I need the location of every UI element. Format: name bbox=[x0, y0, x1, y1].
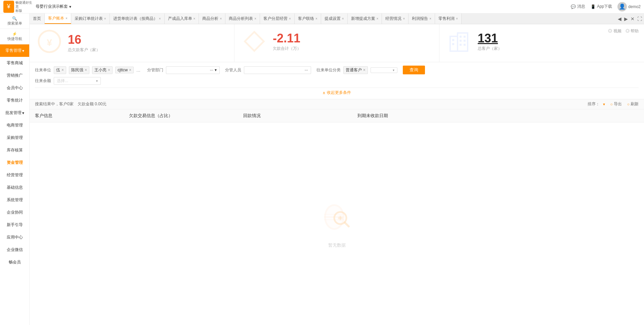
svg-rect-10 bbox=[464, 40, 466, 42]
sidebar-search-label: 搜索菜单 bbox=[0, 21, 29, 26]
empty-state: 暂无数据 bbox=[320, 200, 354, 248]
refresh-btn[interactable]: ○ 刷新 bbox=[627, 101, 639, 107]
manager-select-value bbox=[247, 67, 251, 73]
sidebar-item-wholesale-mgmt[interactable]: 批发管理 ▾ bbox=[0, 107, 29, 119]
sidebar-item-marketing[interactable]: 营销推广 bbox=[0, 69, 29, 82]
tab-purchase-order-stats-close[interactable]: × bbox=[104, 17, 106, 21]
sidebar-item-ops-mgmt[interactable]: 经营管理 bbox=[0, 169, 29, 181]
tab-customer-account-close[interactable]: × bbox=[66, 16, 68, 20]
department-select[interactable]: ··· ▾ bbox=[166, 66, 220, 74]
message-icon: 💬 bbox=[571, 4, 576, 9]
filter-tag-blank-close[interactable]: × bbox=[61, 68, 64, 72]
tab-customer-tier[interactable]: 客户分层经营 × bbox=[260, 13, 295, 24]
sidebar-item-enterprise-agreement[interactable]: 企业协同 bbox=[0, 206, 29, 219]
tab-operations[interactable]: 经营情况 × bbox=[382, 13, 409, 24]
help-link[interactable]: ◎ 帮助 bbox=[626, 28, 639, 34]
tab-purchase-order-stats[interactable]: 采购订单统计表 × bbox=[71, 13, 110, 24]
tab-product-warehousing[interactable]: 产成品入库单 × bbox=[165, 13, 199, 24]
tab-raise-settings-close[interactable]: × bbox=[342, 17, 344, 21]
tab-home[interactable]: 首页 bbox=[30, 13, 45, 24]
unit-category-select[interactable]: ▾ bbox=[371, 67, 397, 73]
tab-new-raise-plan[interactable]: 新增提成方案 × bbox=[348, 13, 382, 24]
tab-product-analysis-close[interactable]: × bbox=[220, 17, 222, 21]
stat-total-debt-customers-label: 总欠款客户（家） bbox=[68, 47, 100, 53]
tab-inventory-stats[interactable]: 进货单统计表（按商品） × bbox=[110, 13, 165, 24]
tab-customer-tier-close[interactable]: × bbox=[289, 17, 291, 21]
tab-next-btn[interactable]: ▶ bbox=[624, 15, 629, 22]
sidebar-item-new-user-guide[interactable]: 新手引导 bbox=[0, 219, 29, 231]
filter-tag-more[interactable]: ... bbox=[136, 67, 140, 73]
tab-inventory-stats-close[interactable]: × bbox=[159, 17, 161, 21]
sidebar-item-retail-mall[interactable]: 零售商城 bbox=[0, 57, 29, 69]
tab-profit-report[interactable]: 利润报告 × bbox=[409, 13, 435, 24]
super-member-label: 畅会员 bbox=[9, 260, 21, 264]
sidebar-item-inventory-check[interactable]: 库存核算 bbox=[0, 144, 29, 156]
filter-tag-regular-customer-close[interactable]: × bbox=[363, 68, 366, 72]
sidebar-item-purchase-mgmt[interactable]: 采购管理 bbox=[0, 132, 29, 144]
video-link[interactable]: ◎ 视频 bbox=[608, 28, 621, 34]
chevron-down-icon: ▾ bbox=[22, 48, 24, 53]
finance-mgmt-label: 资金管理 bbox=[7, 160, 23, 165]
sidebar-item-super-member[interactable]: 畅会员 bbox=[0, 256, 29, 268]
empty-state-label: 暂无数据 bbox=[328, 242, 346, 248]
tab-operations-close[interactable]: × bbox=[403, 17, 405, 21]
svg-line-19 bbox=[345, 222, 349, 226]
tab-customer-contact[interactable]: 客户联络 × bbox=[295, 13, 321, 24]
sidebar-search[interactable]: 🔍 搜索菜单 bbox=[0, 13, 29, 29]
filter-tag-chen-minqiang-close[interactable]: × bbox=[85, 68, 87, 72]
app-download-btn[interactable]: 📱 App下载 bbox=[591, 4, 612, 9]
tab-profit-report-close[interactable]: × bbox=[429, 17, 431, 21]
content-area: ¥ 16 总欠款客户（家） bbox=[30, 24, 644, 325]
sort-btn[interactable]: ▾ bbox=[602, 102, 605, 107]
sidebar-item-finance-mgmt[interactable]: 资金管理 bbox=[0, 156, 29, 169]
tab-customer-contact-close[interactable]: × bbox=[315, 17, 317, 21]
filter-tag-cjttcw-close[interactable]: × bbox=[129, 68, 131, 72]
stat-total-customers-value[interactable]: 131 bbox=[478, 32, 502, 44]
sidebar-item-enterprise-wechat[interactable]: 企业微信 bbox=[0, 244, 29, 256]
col-debt-info: 欠款交易信息（占比） bbox=[129, 113, 243, 119]
tab-close-all-btn[interactable]: ✕ bbox=[630, 15, 635, 22]
user-avatar-btn[interactable]: 👤 demo2 bbox=[617, 2, 641, 11]
tab-product-analysis-list[interactable]: 商品分析列表 × bbox=[225, 13, 260, 24]
sidebar-item-system-mgmt[interactable]: 系统管理 bbox=[0, 194, 29, 206]
logo-icon: ¥ bbox=[3, 1, 14, 13]
sidebar-quick-nav[interactable]: ⚡ 快捷导航 bbox=[0, 29, 29, 44]
tab-retail-profit[interactable]: 零售利润 × bbox=[435, 13, 462, 24]
filter-area: 往来单位 伍 × 陈民强 × 王小亮 × bbox=[30, 62, 644, 99]
tab-fullscreen-btn[interactable]: ⛶ bbox=[637, 15, 643, 22]
enterprise-agreement-label: 企业协同 bbox=[7, 210, 23, 215]
app-download-label: App下载 bbox=[597, 4, 612, 9]
collapse-btn[interactable]: ∧ 收起更多条件 bbox=[35, 90, 639, 96]
sidebar-item-retail-mgmt[interactable]: 零售管理 ▾ bbox=[0, 44, 29, 57]
member-center-label: 会员中心 bbox=[7, 85, 23, 90]
tab-prev-btn[interactable]: ◀ bbox=[617, 15, 622, 22]
ops-mgmt-label: 经营管理 bbox=[7, 173, 23, 177]
tab-customer-account[interactable]: 客户账本 × bbox=[45, 13, 71, 24]
filter-tag-cjttcw-label: cjttcw bbox=[118, 68, 128, 72]
message-btn[interactable]: 💬 消息 bbox=[571, 4, 585, 9]
tab-product-analysis[interactable]: 商品分析 × bbox=[199, 13, 225, 24]
sidebar-item-member-center[interactable]: 会员中心 bbox=[0, 82, 29, 94]
manager-select[interactable]: ··· bbox=[244, 66, 311, 74]
remainder-filter-label: 往来余额 bbox=[35, 78, 51, 84]
tab-new-raise-plan-label: 新增提成方案 bbox=[351, 16, 375, 22]
tab-customer-contact-label: 客户联络 bbox=[298, 16, 314, 22]
manager-dots-icon[interactable]: ··· bbox=[305, 68, 308, 72]
sidebar-item-retail-stats[interactable]: 零售统计 bbox=[0, 94, 29, 107]
workspace-chevron-icon: ▾ bbox=[69, 4, 71, 9]
filter-dots-icon[interactable]: ··· bbox=[210, 68, 213, 72]
export-btn[interactable]: ○ 导出 bbox=[610, 101, 622, 107]
stat-bg-icon-building bbox=[447, 30, 471, 54]
tab-new-raise-plan-close[interactable]: × bbox=[377, 17, 379, 21]
query-button[interactable]: 查询 bbox=[403, 66, 425, 74]
tab-product-analysis-list-close[interactable]: × bbox=[254, 17, 256, 21]
sidebar-item-ecommerce-mgmt[interactable]: 电商管理 bbox=[0, 119, 29, 132]
remainder-select[interactable]: 选择... ▾ bbox=[54, 77, 101, 85]
workspace-selector[interactable]: 母婴行业演示帐套 ▾ bbox=[36, 4, 73, 9]
sidebar-item-app-center[interactable]: 应用中心 bbox=[0, 231, 29, 244]
sidebar-item-basic-info[interactable]: 基础信息 bbox=[0, 181, 29, 194]
tab-raise-settings[interactable]: 提成设置 × bbox=[321, 13, 348, 24]
tab-retail-profit-close[interactable]: × bbox=[456, 17, 458, 21]
tab-product-warehousing-close[interactable]: × bbox=[194, 17, 196, 21]
filter-tag-wang-xiaoliang-close[interactable]: × bbox=[108, 68, 110, 72]
